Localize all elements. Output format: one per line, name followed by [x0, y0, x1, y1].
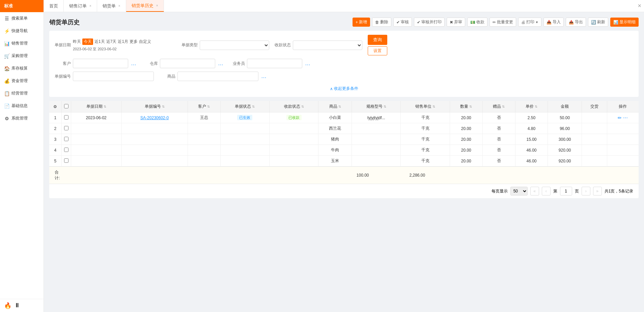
filter-panel: 单据日期 昨天 今天 近1天 近7天 近1月 更多 自定义 2023-06-02… [49, 31, 639, 97]
shortcut-1day[interactable]: 近1天 [94, 39, 105, 45]
receive-button[interactable]: 💵 收款 [467, 18, 487, 27]
next-page-button[interactable]: › [582, 187, 590, 196]
doc-no-link[interactable]: SA-20230602-0 [140, 115, 169, 120]
edit-action[interactable]: ✏ [618, 115, 622, 121]
shortcut-custom[interactable]: 自定义 [139, 39, 151, 45]
delete-icon: 🗑 [375, 20, 379, 25]
fire-icon[interactable]: 🔥 [4, 302, 11, 309]
th-gift[interactable]: 赠品 ⇅ [482, 101, 515, 112]
collapse-button[interactable]: ∧ 收起更多条件 [55, 84, 633, 93]
salesperson-picker-icon[interactable]: … [305, 60, 310, 67]
payment-status-select[interactable] [293, 41, 362, 50]
row-checkbox[interactable] [61, 112, 71, 123]
shortcut-more[interactable]: 更多 [130, 39, 138, 45]
sidebar-item-quick-nav[interactable]: ⚡ 快捷导航 [0, 25, 44, 37]
th-doc-status[interactable]: 单据状态 ⇅ [220, 101, 269, 112]
show-detail-button[interactable]: 📊 显示明细 [610, 18, 639, 27]
th-goods[interactable]: 商品 ⇅ [318, 101, 352, 112]
page-number-input[interactable] [560, 187, 572, 196]
tab-home[interactable]: 首页 [44, 0, 64, 12]
sidebar-item-sys-mgmt[interactable]: ⚙ 系统管理 [0, 112, 44, 125]
import-button[interactable]: 📥 导入 [543, 18, 564, 27]
select-all-checkbox[interactable] [64, 104, 68, 108]
tab-sales-delivery-close[interactable]: × [118, 4, 120, 8]
shortcut-7day[interactable]: 近7天 [106, 39, 117, 45]
doc-status: 已生效 [220, 112, 269, 123]
doc-no-sort-icon: ⇅ [162, 105, 165, 108]
doc-no[interactable]: SA-20230602-0 [121, 112, 188, 123]
doc-type-select[interactable] [200, 41, 269, 50]
th-spec[interactable]: 规格型号 ⇅ [352, 101, 401, 112]
tab-sales-history[interactable]: 销货单历史 × [126, 0, 164, 12]
row-select-checkbox[interactable] [64, 126, 68, 130]
sidebar-item-sales-mgmt[interactable]: 📊 销售管理 [0, 37, 44, 50]
shortcut-today[interactable]: 今天 [82, 38, 93, 45]
print-button[interactable]: 🖨 打印 ▼ [518, 18, 541, 27]
discard-label: 弃审 [454, 19, 462, 25]
th-payment-status[interactable]: 收款状态 ⇅ [269, 101, 318, 112]
th-actions: 操作 [607, 101, 639, 112]
shortcut-yesterday[interactable]: 昨天 [73, 39, 81, 45]
row-checkbox[interactable] [61, 123, 71, 134]
warehouse-label: 仓库 [142, 61, 158, 67]
th-customer[interactable]: 客户 ⇅ [188, 101, 220, 112]
first-page-button[interactable]: « [530, 187, 539, 196]
new-button[interactable]: + 新增 [353, 18, 370, 27]
row-select-checkbox[interactable] [64, 115, 68, 120]
batch-change-button[interactable]: ✏ 批量变更 [489, 18, 516, 27]
export-button[interactable]: 📤 导出 [566, 18, 586, 27]
tab-sales-delivery[interactable]: 销货单 × [97, 0, 126, 12]
query-button[interactable]: 查询 [368, 35, 387, 45]
page-size-select[interactable]: 50 100 [510, 187, 528, 196]
sidebar-item-finance-mgmt[interactable]: 💰 资金管理 [0, 75, 44, 87]
doc-status-sort-icon: ⇅ [252, 105, 255, 108]
row-select-checkbox[interactable] [64, 158, 68, 163]
th-doc-date[interactable]: 单据日期 ⇅ [71, 101, 121, 112]
th-unit-price[interactable]: 单价 ⇅ [515, 101, 548, 112]
prev-page-button[interactable]: ‹ [542, 187, 551, 196]
customer-input[interactable] [73, 59, 128, 68]
th-unit[interactable]: 销售单位 ⇅ [401, 101, 450, 112]
warehouse-picker-icon[interactable]: … [218, 60, 223, 67]
filter-settings-button[interactable]: 设置 [368, 46, 387, 55]
tab-sales-order-close[interactable]: × [89, 4, 91, 8]
th-settings[interactable]: ⚙ [49, 101, 61, 112]
table-settings-icon[interactable]: ⚙ [53, 104, 57, 109]
goods-input[interactable] [177, 72, 258, 81]
last-page-button[interactable]: » [593, 187, 602, 196]
more-action[interactable]: ⋯ [623, 115, 628, 121]
table-header-row: ⚙ 单据日期 ⇅ 单据编号 [49, 101, 639, 112]
doc-no-input[interactable] [73, 72, 154, 81]
sidebar-item-label: 资金管理 [11, 78, 28, 84]
row-checkbox[interactable] [61, 134, 71, 145]
tab-bar-close[interactable]: × [638, 2, 644, 9]
filter-row-1: 单据日期 昨天 今天 近1天 近7天 近1月 更多 自定义 2023-06-02… [55, 35, 633, 55]
th-doc-no[interactable]: 单据编号 ⇅ [121, 101, 188, 112]
actions[interactable]: ✏⋯ [607, 112, 639, 123]
sidebar-item-ops-mgmt[interactable]: 📋 经营管理 [0, 87, 44, 100]
shortcut-1month[interactable]: 近1月 [118, 39, 128, 45]
sidebar-item-basic-info[interactable]: 📄 基础信息 [0, 100, 44, 112]
discard-button[interactable]: ✖ 弃审 [447, 18, 465, 27]
sidebar-item-inventory[interactable]: 🏠 库存核算 [0, 62, 44, 75]
sidebar-item-purchase-mgmt[interactable]: 🛒 采购管理 [0, 50, 44, 62]
delete-button[interactable]: 🗑 删除 [372, 18, 391, 27]
refresh-button[interactable]: 🔄 刷新 [588, 18, 608, 27]
audit-button[interactable]: ✔ 审核 [393, 18, 412, 27]
row-num: 1 [49, 112, 61, 123]
goods-picker-icon[interactable]: … [261, 73, 267, 79]
pause-icon[interactable]: ⏸ [14, 302, 20, 309]
audit-print-button[interactable]: ✔ 审核并打印 [414, 18, 445, 27]
row-checkbox[interactable] [61, 145, 71, 156]
row-select-checkbox[interactable] [64, 148, 68, 152]
th-quantity[interactable]: 数量 ⇅ [450, 101, 482, 112]
customer-picker-icon[interactable]: … [131, 60, 136, 67]
row-checkbox[interactable] [61, 156, 71, 166]
sidebar-item-search-menu[interactable]: ☰ 搜索菜单 [0, 12, 44, 25]
salesperson-input[interactable] [247, 59, 302, 68]
tab-sales-order[interactable]: 销售订单 × [64, 0, 97, 12]
tab-sales-history-close[interactable]: × [156, 4, 158, 7]
warehouse-input[interactable] [160, 59, 215, 68]
gift-sort-icon: ⇅ [502, 105, 505, 108]
row-select-checkbox[interactable] [64, 137, 68, 141]
